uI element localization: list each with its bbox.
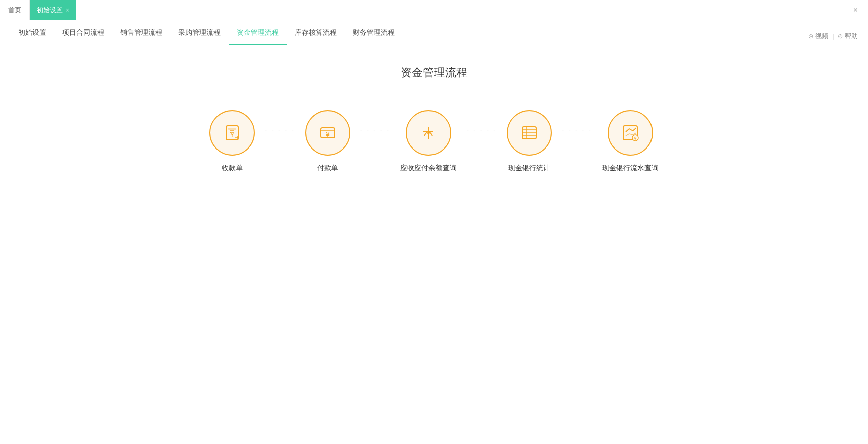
- main-content: 资金管理流程 ¥ 收款单 - - - - -: [0, 45, 868, 193]
- flow-item-receivable-query[interactable]: ¥ 应收应付余额查询: [400, 110, 457, 173]
- nav-bar: 初始设置 项目合同流程 销售管理流程 采购管理流程 资金管理流程 库存核算流程 …: [0, 20, 868, 45]
- svg-text:¥: ¥: [325, 130, 330, 138]
- receipt-icon: ¥: [221, 122, 243, 144]
- cash-bank-stats-label: 现金银行统计: [508, 164, 550, 173]
- cash-bank-flow-label: 现金银行流水查询: [602, 164, 659, 173]
- receipt-icon-circle: ¥: [209, 110, 255, 156]
- flow-item-receipt[interactable]: ¥ 收款单: [209, 110, 255, 173]
- top-bar-right: ×: [843, 6, 868, 15]
- page-title: 资金管理流程: [401, 65, 467, 80]
- dots-icon-1: - - - - -: [265, 126, 295, 133]
- nav-item-purchase-management[interactable]: 采购管理流程: [170, 20, 229, 45]
- connector-2: - - - - -: [350, 126, 400, 133]
- payment-icon-circle: ¥: [305, 110, 350, 156]
- nav-item-project-contract[interactable]: 项目合同流程: [54, 20, 112, 45]
- svg-text:¥: ¥: [426, 130, 430, 135]
- top-bar: 首页 初始设置 × ×: [0, 0, 868, 20]
- flow-item-cash-bank-flow[interactable]: ¥ 现金银行流水查询: [602, 110, 659, 173]
- nav-item-initial-setup[interactable]: 初始设置: [10, 20, 54, 45]
- receivable-query-label: 应收应付余额查询: [400, 164, 457, 173]
- nav-item-sales-management[interactable]: 销售管理流程: [112, 20, 170, 45]
- payment-label: 付款单: [317, 164, 338, 173]
- bank-flow-icon: ¥: [619, 122, 641, 144]
- svg-rect-1: [228, 128, 236, 130]
- connector-4: - - - - -: [552, 126, 602, 133]
- bank-flow-icon-circle: ¥: [608, 110, 653, 156]
- tab-close-icon[interactable]: ×: [66, 7, 69, 14]
- nav-item-fund-management[interactable]: 资金管理流程: [229, 20, 287, 45]
- active-tab-label: 初始设置: [37, 6, 63, 15]
- dots-icon-4: - - - - -: [562, 126, 592, 133]
- connector-1: - - - - -: [255, 126, 305, 133]
- flow-item-payment[interactable]: ¥ 付款单: [305, 110, 350, 173]
- bank-stats-icon-circle: [507, 110, 552, 156]
- window-close-button[interactable]: ×: [853, 6, 858, 15]
- help-separator: |: [832, 33, 834, 40]
- active-tab[interactable]: 初始设置 ×: [30, 0, 76, 20]
- dots-icon-2: - - - - -: [360, 126, 390, 133]
- payment-icon: ¥: [317, 122, 339, 144]
- dots-icon-3: - - - - -: [467, 126, 497, 133]
- svg-text:¥: ¥: [633, 136, 637, 141]
- bank-stats-icon: [518, 122, 540, 144]
- nav-item-inventory-calculation[interactable]: 库存核算流程: [287, 20, 345, 45]
- nav-right-actions: ⊙ 视频 | ⊙ 帮助: [808, 32, 858, 45]
- video-link[interactable]: ⊙ 视频: [808, 32, 828, 41]
- home-tab[interactable]: 首页: [0, 0, 30, 20]
- flow-item-cash-bank-stats[interactable]: 现金银行统计: [507, 110, 552, 173]
- connector-3: - - - - -: [457, 126, 507, 133]
- flow-row: ¥ 收款单 - - - - - ¥: [209, 110, 658, 173]
- receipt-label: 收款单: [222, 164, 243, 173]
- help-link[interactable]: ⊙ 帮助: [838, 32, 858, 41]
- nav-item-finance-management[interactable]: 财务管理流程: [345, 20, 403, 45]
- receivable-icon: ¥: [417, 122, 440, 144]
- svg-text:¥: ¥: [230, 131, 234, 139]
- receivable-icon-circle: ¥: [406, 110, 451, 156]
